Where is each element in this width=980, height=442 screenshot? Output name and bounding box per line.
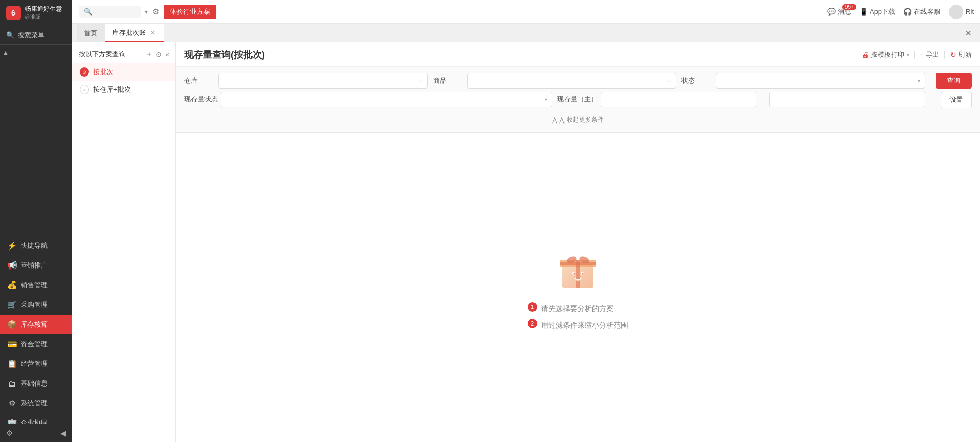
sidebar-search[interactable]: 🔍 搜索菜单 <box>0 26 72 45</box>
user-avatar <box>949 5 963 19</box>
export-icon: ↑ <box>920 51 924 59</box>
user-avatar-item[interactable]: Rit <box>949 5 974 19</box>
topbar-settings-btn[interactable]: ⚙ <box>152 7 159 17</box>
sidebar-bottom: ⚙ ◀ <box>0 424 72 442</box>
nav-icon-quick-nav: ⚡ <box>7 241 17 251</box>
print-btn[interactable]: 🖨 按模板打印 ▾ <box>862 50 909 60</box>
qty-dash: — <box>760 96 766 104</box>
stock-qty-min[interactable] <box>601 92 756 107</box>
topbar-left: 🔍 ▾ ⚙ 体验行业方案 <box>79 5 216 19</box>
sidebar-label-quick-nav: 快捷导航 <box>21 241 48 251</box>
collapse-sidebar-icon[interactable]: ◀ <box>60 429 66 438</box>
app-download-item[interactable]: 📱 App下载 <box>859 7 895 17</box>
filter-item-by-warehouse-batch[interactable]: ○ 按仓库+批次 <box>72 81 175 98</box>
goods-input[interactable] <box>472 77 665 85</box>
online-service-label: 在线客服 <box>914 7 941 17</box>
sidebar-items: ⚡ 快捷导航📢 营销推广💰 销售管理🛒 采购管理📦 库存核算💳 资金管理📋 经营… <box>0 236 72 424</box>
stock-qty-max[interactable] <box>769 92 925 107</box>
settings-btn[interactable]: 设置 <box>941 92 972 108</box>
stock-qty-field: 现存量（主） — <box>557 92 925 107</box>
nav-icon-inventory: 📦 <box>7 320 17 329</box>
nav-icon-basics: 🗂 <box>7 379 17 388</box>
content-area: 按以下方案查询 ＋ ⊙ « ⊙ 按批次 ○ 按仓库+批次 现存量查询(按批次) <box>72 42 980 442</box>
tab-home[interactable]: 首页 <box>77 24 105 42</box>
trial-btn[interactable]: 体验行业方案 <box>164 5 216 19</box>
divider-1 <box>914 51 915 59</box>
stock-status-field: 现存量状态 ▾ <box>184 92 552 107</box>
search-action-row: ⋀ ⋀ 收起更多条件 <box>184 113 972 126</box>
app-download-label: App下载 <box>870 7 895 17</box>
warehouse-field: 仓库 ··· <box>184 73 428 89</box>
export-btn[interactable]: ↑ 导出 <box>920 50 939 60</box>
empty-illustration <box>552 241 604 293</box>
sidebar-scroll-up[interactable]: ▲ <box>0 47 11 59</box>
messages-badge: 99+ <box>842 4 856 10</box>
tab-home-label: 首页 <box>84 28 97 38</box>
stock-status-label: 现存量状态 <box>184 95 218 104</box>
filter-warehouse-batch-icon: ○ <box>80 85 89 94</box>
warehouse-input[interactable] <box>223 77 416 85</box>
topbar-dropdown-btn[interactable]: ▾ <box>145 8 148 16</box>
topbar: 🔍 ▾ ⚙ 体验行业方案 💬 消息 99+ 📱 App下载 🎧 在线客服 <box>72 0 980 24</box>
nav-icon-marketing: 📢 <box>7 261 17 270</box>
sidebar-label-basics: 基础信息 <box>21 379 48 388</box>
goods-label: 商品 <box>433 76 464 85</box>
sidebar-item-marketing[interactable]: 📢 营销推广 <box>0 256 72 275</box>
filter-settings-btn[interactable]: ⊙ <box>156 50 162 58</box>
sidebar-item-finance[interactable]: 💳 资金管理 <box>0 334 72 354</box>
filter-item-by-batch[interactable]: ⊙ 按批次 <box>72 63 175 81</box>
settings-icon[interactable]: ⚙ <box>6 429 13 438</box>
filter-collapse-btn[interactable]: « <box>165 50 169 58</box>
sidebar-item-enterprise[interactable]: 🏢 企业协同 <box>0 413 72 424</box>
filter-panel-header: 按以下方案查询 ＋ ⊙ « <box>72 48 175 63</box>
filter-warehouse-batch-label: 按仓库+批次 <box>93 85 131 94</box>
status-dropdown-arrow: ▾ <box>918 78 920 84</box>
hint-text-1: 请先选择要分析的方案 <box>541 301 614 316</box>
empty-hints: 1 请先选择要分析的方案 2 用过滤条件来缩小分析范围 <box>528 301 628 334</box>
sidebar-item-system[interactable]: ⚙ 系统管理 <box>0 393 72 413</box>
online-service-item[interactable]: 🎧 在线客服 <box>903 7 941 17</box>
status-select-box[interactable]: ▾ <box>716 73 925 89</box>
tab-close-main-btn[interactable]: ✕ <box>961 28 976 38</box>
filter-add-btn[interactable]: ＋ <box>145 50 153 59</box>
sidebar-item-operations[interactable]: 📋 经营管理 <box>0 354 72 374</box>
sidebar-label-sales: 销售管理 <box>21 281 48 290</box>
goods-dots-icon[interactable]: ··· <box>666 77 672 84</box>
goods-input-box[interactable]: ··· <box>467 73 677 89</box>
app-name: 畅康通好生意 <box>25 5 62 13</box>
tab-inventory-batch[interactable]: 库存批次账 ✕ <box>105 24 164 42</box>
filter-panel-title: 按以下方案查询 <box>79 50 126 59</box>
sidebar-item-quick-nav[interactable]: ⚡ 快捷导航 <box>0 236 72 256</box>
hint-item-1: 1 请先选择要分析的方案 <box>528 301 628 316</box>
sidebar-item-basics[interactable]: 🗂 基础信息 <box>0 374 72 393</box>
main-content: 🔍 ▾ ⚙ 体验行业方案 💬 消息 99+ 📱 App下载 🎧 在线客服 <box>72 0 980 442</box>
collapse-btn[interactable]: ⋀ ⋀ 收起更多条件 <box>552 115 603 124</box>
stock-status-dropdown-arrow: ▾ <box>545 97 547 102</box>
sidebar-item-sales[interactable]: 💰 销售管理 <box>0 275 72 295</box>
print-btn-label: 按模板打印 <box>871 50 904 60</box>
sidebar-label-operations: 经营管理 <box>21 359 48 369</box>
print-icon: 🖨 <box>862 51 869 59</box>
topbar-search-box[interactable]: 🔍 <box>79 6 141 18</box>
nav-icon-operations: 📋 <box>7 359 17 369</box>
filter-batch-label: 按批次 <box>93 67 113 77</box>
stock-status-select-box[interactable]: ▾ <box>221 92 552 107</box>
warehouse-dots-icon[interactable]: ··· <box>418 77 423 84</box>
svg-point-8 <box>574 273 575 274</box>
topbar-right: 💬 消息 99+ 📱 App下载 🎧 在线客服 Rit <box>827 5 974 19</box>
collapse-label: 收起更多条件 <box>567 115 604 124</box>
status-field: 状态 ▾ <box>681 73 925 89</box>
nav-icon-purchase: 🛒 <box>7 300 17 310</box>
refresh-btn[interactable]: ↻ 刷新 <box>950 50 972 60</box>
tab-close-btn[interactable]: ✕ <box>149 29 156 36</box>
warehouse-input-box[interactable]: ··· <box>218 73 428 89</box>
hint-num-2: 2 <box>528 319 537 328</box>
messages-item[interactable]: 💬 消息 99+ <box>827 7 851 17</box>
sidebar-item-inventory[interactable]: 📦 库存核算 <box>0 315 72 334</box>
sidebar-item-purchase[interactable]: 🛒 采购管理 <box>0 295 72 315</box>
hint-num-1: 1 <box>528 302 537 312</box>
collapse-arrow-icon: ⋀ ⋀ <box>552 116 564 124</box>
nav-icon-system: ⚙ <box>7 399 17 408</box>
export-btn-label: 导出 <box>926 50 939 60</box>
query-btn[interactable]: 查询 <box>936 73 972 89</box>
